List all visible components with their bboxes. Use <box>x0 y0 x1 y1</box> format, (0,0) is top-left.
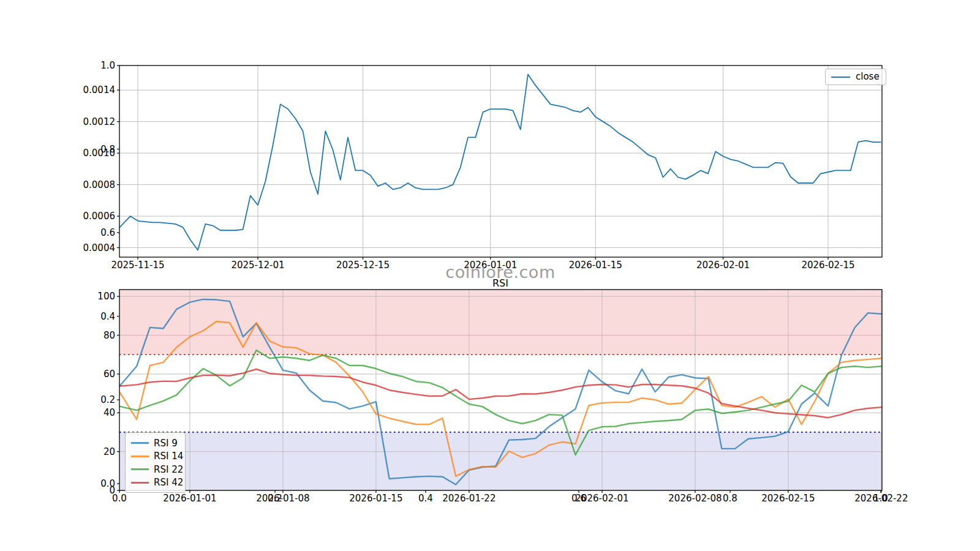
rsi-panel-title: RSI <box>439 277 562 289</box>
series-close <box>119 74 881 250</box>
x-tick-label: 2026-01-01 <box>163 493 216 504</box>
rsi42-line-sample-icon <box>131 482 149 484</box>
rsi22-line-sample-icon <box>131 468 149 470</box>
y-tick-label: 40 <box>104 407 115 418</box>
rsi-legend-item: RSI 22 <box>131 463 185 476</box>
y-tick-label: 60 <box>104 369 115 380</box>
price-legend-label: close <box>856 72 880 82</box>
rsi14-line-sample-icon <box>131 455 149 457</box>
rsi-legend-item: RSI 14 <box>131 450 185 463</box>
x-tick-label: 2026-01-08 <box>256 493 309 504</box>
y-tick-label: 80 <box>104 330 115 341</box>
rsi-legend-item: RSI 42 <box>131 476 185 490</box>
y-tick-label: 20 <box>104 446 115 457</box>
x-tick-label: 2026-02-01 <box>696 260 750 271</box>
overlay-x-tick-label: 1.0 <box>873 493 888 504</box>
x-tick-label: 2025-12-01 <box>231 260 284 271</box>
rsi9-line-sample-icon <box>131 442 149 444</box>
axes-spines <box>119 66 882 257</box>
rsi-legend-label: RSI 14 <box>154 451 183 462</box>
y-tick-label: 0.0006 <box>83 211 116 222</box>
x-tick-label: 2026-01-22 <box>442 493 496 504</box>
y-tick-label: 0.0008 <box>83 179 116 190</box>
figure: 0.00040.00060.00080.00100.00120.00142025… <box>0 0 980 551</box>
overlay-y-tick-label: 1.0 <box>100 60 115 71</box>
x-tick-label: 2026-01-15 <box>349 493 402 504</box>
y-tick-label: 100 <box>97 291 115 302</box>
rsi-legend-label: RSI 22 <box>154 464 183 475</box>
x-tick-label: 2026-02-15 <box>761 493 815 504</box>
x-tick-label: 2026-02-08 <box>668 493 722 504</box>
rsi-legend-label: RSI 42 <box>154 477 183 488</box>
x-tick-label: 2025-11-15 <box>111 260 164 271</box>
rsi-legend: RSI 9 RSI 14 RSI 22 RSI 42 <box>125 432 186 493</box>
overlay-y-tick-label: 0.8 <box>100 144 115 155</box>
x-tick-label: 2026-02-15 <box>801 260 854 271</box>
overlay-y-tick-label: 0.6 <box>100 227 115 238</box>
overlay-x-tick-label: 0.2 <box>268 493 282 504</box>
overlay-x-tick-label: 0.0 <box>112 493 127 504</box>
y-tick-label: 0.0004 <box>83 242 116 253</box>
overlay-y-tick-label: 0.0 <box>100 478 115 489</box>
y-tick-label: 0.0012 <box>83 116 116 127</box>
series-rsi42 <box>119 369 881 418</box>
overlay-x-tick-label: 0.6 <box>571 493 586 504</box>
overlay-y-tick-label: 0.2 <box>100 394 115 405</box>
threshold-band <box>119 290 882 354</box>
overlay-x-tick-label: 0.4 <box>418 493 433 504</box>
overlay-x-tick-label: 0.8 <box>723 493 737 504</box>
rsi-legend-label: RSI 9 <box>154 438 178 449</box>
close-line-sample-icon <box>831 77 850 78</box>
rsi-legend-item: RSI 9 <box>131 437 185 450</box>
overlay-y-tick-label: 0.4 <box>100 311 115 322</box>
y-tick-label: 0.0014 <box>83 84 116 96</box>
price-legend: close <box>825 69 886 85</box>
